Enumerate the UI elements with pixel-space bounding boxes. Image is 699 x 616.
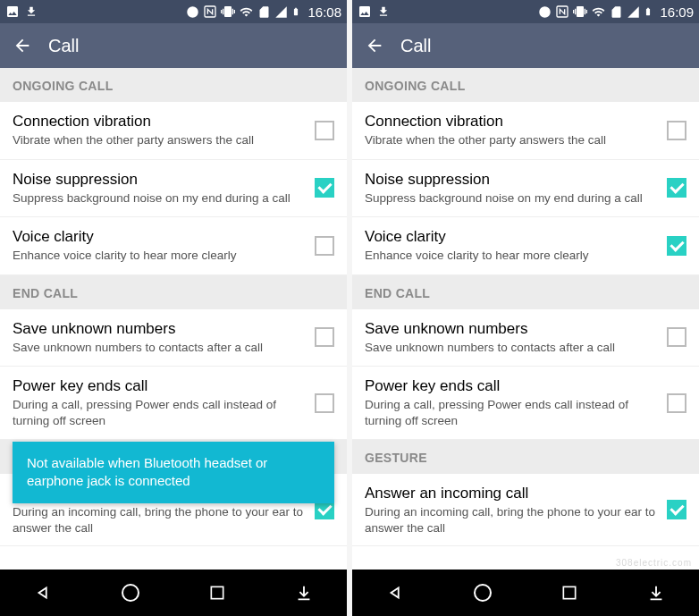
status-time: 16:08	[307, 4, 341, 20]
row-title: Noise suppression	[365, 171, 658, 189]
back-icon[interactable]	[365, 36, 384, 55]
row-title: Answer an incoming call	[365, 485, 658, 502]
row-subtitle: Vibrate when the other party answers the…	[13, 132, 306, 148]
battery-icon	[644, 4, 653, 19]
row-subtitle: Enhance voice clarity to hear more clear…	[365, 248, 658, 264]
nav-recent[interactable]	[557, 580, 582, 605]
sim-icon	[257, 5, 271, 19]
section-header-endcall: END CALL	[0, 275, 347, 309]
row-save-unknown[interactable]: Save unknown numbers Save unknown number…	[0, 309, 347, 367]
section-header-endcall: END CALL	[352, 275, 699, 309]
image-icon	[5, 4, 20, 19]
row-title: Noise suppression	[13, 171, 306, 189]
checkbox-noise-suppression[interactable]	[315, 178, 334, 198]
vibrate-icon	[221, 4, 235, 19]
row-subtitle: During a call, pressing Power ends call …	[13, 397, 306, 428]
row-subtitle: Save unknown numbers to contacts after a…	[13, 340, 306, 356]
image-icon	[358, 4, 372, 19]
phone-left: 16:08 Call ONGOING CALL Connection vibra…	[0, 0, 347, 616]
app-bar: Call	[352, 23, 699, 68]
row-title: Power key ends call	[13, 377, 306, 395]
checkbox-connection-vibration[interactable]	[315, 121, 334, 140]
section-header-ongoing: ONGOING CALL	[352, 68, 699, 102]
checkbox-voice-clarity[interactable]	[315, 236, 334, 256]
status-right-icons: 16:08	[186, 4, 341, 20]
appbar-title: Call	[400, 36, 431, 56]
svg-point-4	[475, 585, 491, 601]
nav-home[interactable]	[118, 580, 143, 605]
svg-rect-5	[563, 586, 575, 598]
back-icon[interactable]	[13, 36, 32, 55]
svg-rect-2	[211, 586, 223, 598]
bluetooth-icon	[538, 5, 552, 19]
toast-message: Not available when Bluetooth headset or …	[13, 442, 334, 503]
row-subtitle: Suppress background noise on my end duri…	[365, 190, 658, 207]
checkbox-noise-suppression[interactable]	[667, 178, 686, 198]
checkbox-save-unknown[interactable]	[667, 327, 686, 347]
row-power-key[interactable]: Power key ends call During a call, press…	[0, 367, 347, 440]
row-title: Voice clarity	[13, 228, 306, 246]
row-title: Save unknown numbers	[365, 320, 658, 338]
row-title: Connection vibration	[13, 113, 306, 131]
row-voice-clarity[interactable]: Voice clarity Enhance voice clarity to h…	[0, 217, 347, 275]
download-icon	[25, 5, 38, 18]
status-time: 16:09	[660, 4, 694, 20]
row-subtitle: During an incoming call, bring the phone…	[365, 504, 658, 535]
row-connection-vibration[interactable]: Connection vibration Vibrate when the ot…	[352, 102, 699, 160]
row-noise-suppression[interactable]: Noise suppression Suppress background no…	[0, 160, 347, 218]
checkbox-answer-incoming[interactable]	[315, 500, 334, 519]
bluetooth-icon	[186, 5, 199, 19]
row-connection-vibration[interactable]: Connection vibration Vibrate when the ot…	[0, 102, 347, 160]
nav-extra[interactable]	[291, 580, 316, 605]
appbar-title: Call	[48, 36, 79, 56]
row-title: Connection vibration	[365, 113, 658, 131]
app-bar: Call	[0, 23, 347, 68]
row-subtitle: Vibrate when the other party answers the…	[365, 132, 658, 148]
battery-icon	[291, 4, 300, 19]
vibrate-icon	[573, 4, 587, 19]
nav-home[interactable]	[470, 580, 495, 605]
section-header-ongoing: ONGOING CALL	[0, 68, 347, 102]
nfc-icon	[555, 4, 569, 19]
download-icon	[377, 5, 390, 18]
row-subtitle: During a call, pressing Power ends call …	[365, 397, 658, 428]
row-subtitle: Suppress background noise on my end duri…	[13, 190, 306, 207]
checkbox-power-key[interactable]	[667, 393, 686, 413]
nav-extra[interactable]	[644, 580, 669, 605]
checkbox-power-key[interactable]	[315, 393, 334, 413]
signal-icon	[627, 5, 640, 19]
row-title: Voice clarity	[365, 228, 658, 246]
status-left-icons	[5, 4, 38, 19]
nav-bar	[352, 570, 699, 616]
watermark: 308electric.com	[616, 558, 692, 568]
checkbox-connection-vibration[interactable]	[667, 121, 686, 140]
row-subtitle: Enhance voice clarity to hear more clear…	[13, 248, 306, 264]
checkbox-voice-clarity[interactable]	[667, 236, 686, 256]
section-header-gesture: GESTURE	[352, 440, 699, 474]
row-answer-incoming[interactable]: Answer an incoming call During an incomi…	[352, 474, 699, 546]
row-voice-clarity[interactable]: Voice clarity Enhance voice clarity to h…	[352, 217, 699, 275]
nav-recent[interactable]	[205, 580, 230, 605]
status-bar: 16:09	[352, 0, 699, 23]
row-power-key[interactable]: Power key ends call During a call, press…	[352, 367, 699, 440]
row-subtitle: During an incoming call, bring the phone…	[13, 504, 306, 535]
wifi-icon	[591, 5, 606, 19]
row-subtitle: Save unknown numbers to contacts after a…	[365, 340, 658, 356]
status-bar: 16:08	[0, 0, 347, 23]
row-title: Save unknown numbers	[13, 320, 306, 338]
nfc-icon	[203, 4, 217, 19]
settings-list: ONGOING CALL Connection vibration Vibrat…	[352, 68, 699, 570]
checkbox-save-unknown[interactable]	[315, 327, 334, 347]
status-left-icons	[358, 4, 390, 19]
row-save-unknown[interactable]: Save unknown numbers Save unknown number…	[352, 309, 699, 367]
phone-right: 16:09 Call ONGOING CALL Connection vibra…	[352, 0, 699, 616]
row-title: Power key ends call	[365, 377, 658, 395]
signal-icon	[274, 5, 288, 19]
svg-point-1	[122, 585, 139, 601]
nav-back[interactable]	[383, 580, 408, 605]
nav-back[interactable]	[31, 580, 56, 605]
wifi-icon	[239, 5, 254, 19]
checkbox-answer-incoming[interactable]	[667, 500, 686, 519]
row-noise-suppression[interactable]: Noise suppression Suppress background no…	[352, 160, 699, 218]
sim-icon	[610, 5, 623, 19]
